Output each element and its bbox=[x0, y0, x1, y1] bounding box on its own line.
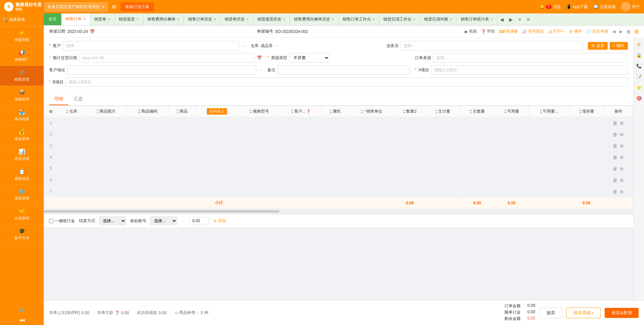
tab-daily-reconcile[interactable]: 钱货日清对账 ✕ bbox=[420, 13, 457, 26]
row-5-warehouse[interactable] bbox=[58, 163, 85, 174]
row-1-available2[interactable] bbox=[529, 117, 569, 129]
row-5-customer-code[interactable] bbox=[280, 163, 321, 174]
row-3-available[interactable] bbox=[494, 140, 529, 152]
sidebar-collapse-btn[interactable]: ◀◀ bbox=[0, 315, 44, 325]
tab-return-history-close[interactable]: ✕ bbox=[283, 17, 286, 21]
row-7-warehouse[interactable] bbox=[58, 186, 85, 197]
row-2-sales-unit[interactable] bbox=[349, 129, 394, 140]
row-3-image[interactable] bbox=[85, 140, 127, 152]
row-5-current[interactable] bbox=[569, 163, 603, 174]
user-item[interactable]: 用户 bbox=[621, 2, 640, 11]
tab-return-history[interactable]: 销货退货历史 ✕ bbox=[253, 13, 290, 26]
row-2-attribute[interactable] bbox=[321, 129, 349, 140]
row-2-current[interactable] bbox=[569, 129, 603, 140]
row-5-qty2[interactable] bbox=[394, 163, 425, 174]
row-4-available[interactable] bbox=[494, 152, 529, 163]
staff-input[interactable] bbox=[401, 41, 582, 50]
row-4-image[interactable] bbox=[85, 152, 127, 163]
sidebar-item-base[interactable]: 📋 基础信息 bbox=[0, 165, 44, 185]
row-2-copy-btn[interactable]: ⊕ bbox=[620, 132, 624, 137]
row-5-available2[interactable] bbox=[529, 163, 569, 174]
tab-expense-history-close[interactable]: ✕ bbox=[332, 17, 334, 21]
project-a-input[interactable] bbox=[431, 65, 628, 75]
sidebar-search[interactable]: 🔍 搜索菜单 bbox=[0, 13, 44, 26]
row-1-code[interactable] bbox=[127, 117, 168, 129]
row-4-customer-code[interactable] bbox=[280, 152, 321, 163]
account-dots-btn[interactable]: ··· bbox=[181, 218, 185, 224]
row-6-main-unit[interactable] bbox=[425, 174, 460, 186]
tab-sales-order-close[interactable]: ✕ bbox=[83, 17, 86, 21]
row-2-scan[interactable] bbox=[196, 129, 238, 140]
row-6-product[interactable] bbox=[168, 174, 196, 186]
tab-order-workbench-close[interactable]: ✕ bbox=[372, 17, 375, 21]
tab-order-stats-close[interactable]: ✕ bbox=[490, 17, 493, 21]
row-7-qty2[interactable] bbox=[394, 186, 425, 197]
sidebar-settings-btn[interactable]: ⚙️ bbox=[0, 306, 44, 315]
row-5-main-unit[interactable] bbox=[425, 163, 460, 174]
tab-daily-workbench[interactable]: 钱货日清工作台 ✕ bbox=[379, 13, 420, 26]
row-1-sales-unit[interactable] bbox=[349, 117, 394, 129]
row-5-scan[interactable] bbox=[196, 163, 238, 174]
sidebar-item-newbie[interactable]: 🎓 新手引导 bbox=[0, 225, 44, 244]
row-3-available2[interactable] bbox=[529, 140, 569, 152]
add-goods-btn[interactable]: + 物料 bbox=[610, 42, 628, 50]
row-5-sales-unit[interactable] bbox=[349, 163, 394, 174]
invoice-select[interactable]: 不开票 开票 bbox=[289, 53, 330, 63]
row-6-available2[interactable] bbox=[529, 174, 569, 186]
row-3-copy-btn[interactable]: ⊕ bbox=[620, 143, 624, 149]
row-1-available[interactable] bbox=[494, 117, 529, 129]
tab-sales-expense-close[interactable]: ✕ bbox=[177, 17, 180, 21]
tab-next-btn[interactable]: ▶ bbox=[506, 13, 516, 26]
row-6-main-qty[interactable] bbox=[460, 174, 494, 186]
sidebar-item-system[interactable]: ⚙️ 系统管理 bbox=[0, 185, 44, 205]
expand-icon[interactable]: ⊞ bbox=[634, 28, 639, 35]
row-7-customer-code[interactable] bbox=[280, 186, 321, 197]
row-4-sales-unit[interactable] bbox=[349, 152, 394, 163]
row-3-product[interactable] bbox=[168, 140, 196, 152]
row-7-available2[interactable] bbox=[529, 186, 569, 197]
right-panel-star-btn[interactable]: ⭐ bbox=[635, 83, 643, 91]
row-1-product[interactable] bbox=[168, 117, 196, 129]
sidebar-item-finance[interactable]: 💰 资金管理 bbox=[0, 125, 44, 145]
nav-prev-icon[interactable]: ◀ bbox=[612, 29, 615, 34]
save-new-button[interactable]: 保存&新增 bbox=[605, 308, 639, 318]
row-3-scan[interactable] bbox=[196, 140, 238, 152]
row-7-scan[interactable] bbox=[196, 186, 238, 197]
row-5-product[interactable] bbox=[168, 163, 196, 174]
row-3-warehouse[interactable] bbox=[58, 140, 85, 152]
row-6-available[interactable] bbox=[494, 174, 529, 186]
tab-summary[interactable]: 汇总 bbox=[69, 93, 88, 105]
notification-item[interactable]: 🔔 9 消息 bbox=[540, 4, 561, 10]
calendar-icon[interactable]: 📅 bbox=[90, 29, 95, 34]
row-7-image[interactable] bbox=[85, 186, 127, 197]
save-draft-button[interactable]: 保存草稿 ▾ bbox=[566, 308, 601, 318]
row-4-attribute[interactable] bbox=[321, 152, 349, 163]
row-4-main-qty[interactable] bbox=[460, 152, 494, 163]
row-5-main-qty[interactable] bbox=[460, 163, 494, 174]
profit-action[interactable]: 📈 毛利预估 bbox=[522, 29, 544, 34]
online-service-item[interactable]: 💬 在线客服 bbox=[593, 4, 616, 10]
delivery-calendar-icon[interactable]: 📅 bbox=[257, 55, 262, 60]
row-2-available[interactable] bbox=[494, 129, 529, 140]
delivery-input[interactable] bbox=[79, 53, 255, 63]
row-1-delete-btn[interactable]: 🗑 bbox=[613, 120, 617, 126]
tab-sales-order[interactable]: 销售订单 ✕ bbox=[62, 13, 90, 26]
row-2-warehouse[interactable] bbox=[58, 129, 85, 140]
print-action[interactable]: 🖨 打印 ▾ bbox=[548, 29, 564, 34]
tab-order-stats[interactable]: 销售订单统计表 ✕ bbox=[457, 13, 497, 26]
tab-daily-reconcile-close[interactable]: ✕ bbox=[450, 17, 452, 21]
add-link[interactable]: ⊕ 添加 bbox=[214, 218, 226, 224]
row-5-spec[interactable] bbox=[238, 163, 280, 174]
row-7-copy-btn[interactable]: ⊕ bbox=[620, 189, 624, 194]
row-2-available2[interactable] bbox=[529, 129, 569, 140]
row-6-code[interactable] bbox=[127, 174, 168, 186]
row-7-main-qty[interactable] bbox=[460, 186, 494, 197]
row-5-copy-btn[interactable]: ⊕ bbox=[620, 166, 624, 171]
row-6-attribute[interactable] bbox=[321, 174, 349, 186]
tab-home[interactable]: 首页 bbox=[44, 13, 62, 26]
row-4-code[interactable] bbox=[127, 152, 168, 163]
sidebar-item-marketing[interactable]: 📢 营销推广 bbox=[0, 46, 44, 66]
help-action[interactable]: ❓ 帮助 bbox=[481, 29, 495, 34]
row-2-product[interactable] bbox=[168, 129, 196, 140]
table-scrollbar-thumb[interactable] bbox=[44, 210, 279, 213]
